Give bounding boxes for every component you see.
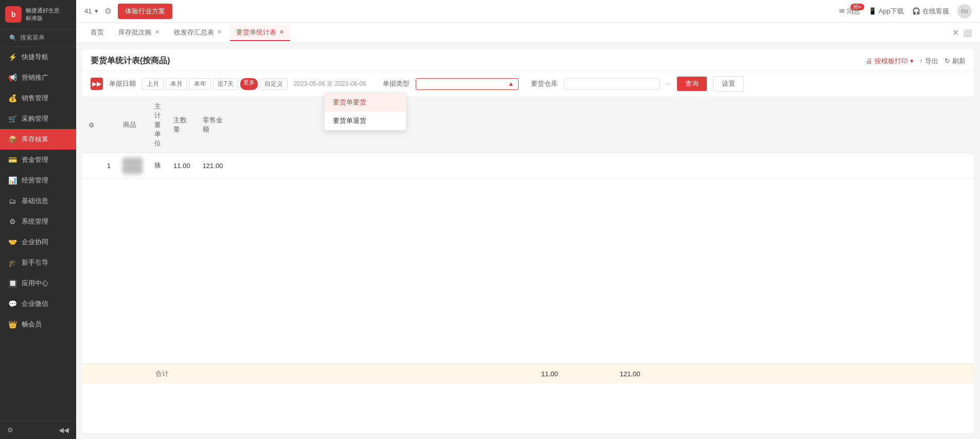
type-filter-label: 单据类型	[383, 79, 409, 88]
phone-icon: 📱	[868, 7, 877, 15]
sidebar-item-guide[interactable]: 🎓新手引导	[0, 252, 76, 273]
nav-label-basic: 基础信息	[22, 196, 48, 206]
app-download-button[interactable]: 📱 App下载	[868, 7, 904, 16]
message-badge: 99+	[850, 4, 864, 10]
sidebar-item-wechat[interactable]: 💬企业微信	[0, 294, 76, 314]
nav-label-marketing: 营销推广	[22, 73, 48, 82]
row-unit: 块	[148, 153, 167, 178]
export-button[interactable]: ↑ 导出	[920, 57, 939, 66]
tab-receive[interactable]: 收发存汇总表 ✕	[168, 25, 228, 41]
row-no: 1	[101, 153, 117, 178]
type-filter-input-wrapper[interactable]: ▲	[416, 78, 519, 90]
date-quick-buttons: 上月 本月 本年 近7天 更多 自定义	[142, 78, 288, 90]
sidebar-item-purchase[interactable]: 🛒采购管理	[0, 108, 76, 129]
tab-order[interactable]: 要货单统计表 ✕	[230, 25, 290, 41]
sidebar-item-sales[interactable]: 💰销售管理	[0, 88, 76, 108]
filter-more-button[interactable]: ···	[666, 80, 671, 87]
type-filter-chevron-up[interactable]: ▲	[508, 80, 514, 87]
warehouse-filter-input[interactable]	[564, 78, 660, 90]
sidebar-collapse-button[interactable]: ◀◀	[59, 426, 69, 434]
main-area: 41 ▾ ⚙ 体验行业方案 ✉ 消息 99+ 📱 App下载 🎧 在线客服 Ri…	[76, 0, 980, 439]
nav-label-wechat: 企业微信	[22, 299, 48, 308]
online-service-button[interactable]: 🎧 在线客服	[912, 7, 949, 16]
setting-button[interactable]: 设置	[713, 76, 744, 92]
nav-icon-wechat: 💬	[7, 299, 17, 309]
expand-tab-button[interactable]: ⬜	[963, 29, 972, 37]
sidebar-item-finance[interactable]: 💳资金管理	[0, 150, 76, 170]
topbar-right: ✉ 消息 99+ 📱 App下载 🎧 在线客服 Rit	[839, 4, 972, 19]
type-filter-input[interactable]	[420, 80, 508, 88]
service-icon: 🎧	[912, 7, 920, 15]
filter-expand-button[interactable]: ▶▶	[91, 78, 103, 90]
tab-batch-label: 库存批次账	[118, 28, 152, 37]
gear-icon-topbar[interactable]: ⚙	[104, 6, 112, 16]
row-qty: 11.00	[167, 153, 197, 178]
sidebar-item-basic[interactable]: 🗂基础信息	[0, 191, 76, 211]
sidebar-item-inventory[interactable]: 📦库存核算	[0, 129, 76, 150]
trial-button[interactable]: 体验行业方案	[118, 4, 172, 19]
sidebar-search[interactable]: 🔍 搜索菜单	[0, 29, 76, 47]
dropdown-item-order[interactable]: 要货单要货	[325, 93, 406, 112]
sidebar-item-system[interactable]: ⚙系统管理	[0, 211, 76, 232]
row-product: ████ ████	[117, 153, 148, 178]
sidebar-item-quicknav[interactable]: ⚡快捷导航	[0, 47, 76, 67]
col-header-product: 商品	[117, 97, 148, 153]
date-btn-this-month[interactable]: 本月	[166, 78, 187, 90]
nav-icon-system: ⚙	[7, 216, 17, 227]
nav-icon-sales: 💰	[7, 93, 17, 103]
refresh-button[interactable]: ↻ 刷新	[945, 57, 966, 66]
refresh-icon: ↻	[945, 57, 950, 65]
col-header-gear[interactable]: ⚙	[82, 97, 101, 153]
date-btn-custom[interactable]: 自定义	[260, 78, 288, 90]
sidebar-item-operation[interactable]: 📊经营管理	[0, 170, 76, 191]
tab-batch[interactable]: 库存批次账 ✕	[112, 25, 166, 41]
nav-icon-finance: 💳	[7, 155, 17, 165]
sidebar-item-collab[interactable]: 🤝企业协同	[0, 232, 76, 252]
tab-batch-close[interactable]: ✕	[155, 29, 159, 35]
app-brand-name: 畅捷通好生意 标准版	[26, 7, 60, 23]
date-btn-last-month[interactable]: 上月	[142, 78, 164, 90]
export-label: 导出	[925, 57, 938, 66]
online-service-label: 在线客服	[922, 7, 949, 16]
close-all-tabs-button[interactable]: ✕	[952, 28, 959, 38]
nav-icon-purchase: 🛒	[7, 114, 17, 124]
table-container: ⚙ 商品 主计量单位 主数量 零售金额 1	[82, 97, 974, 178]
nav-icon-quicknav: ⚡	[7, 52, 17, 62]
sidebar-item-marketing[interactable]: 📢营销推广	[0, 67, 76, 88]
topbar: 41 ▾ ⚙ 体验行业方案 ✉ 消息 99+ 📱 App下载 🎧 在线客服 Ri…	[76, 0, 980, 23]
app-download-label: App下载	[879, 7, 904, 16]
sidebar-item-member[interactable]: 👑畅会员	[0, 314, 76, 335]
tab-receive-close[interactable]: ✕	[217, 29, 222, 35]
settings-icon[interactable]: ⚙	[7, 426, 13, 434]
date-btn-this-year[interactable]: 本年	[189, 78, 211, 90]
sidebar-logo: b 畅捷通好生意 标准版	[0, 0, 76, 29]
print-button[interactable]: 🖨 按模板打印 ▾	[866, 57, 914, 66]
row-amount: 121.00	[197, 153, 229, 178]
app-logo-icon: b	[5, 6, 22, 23]
date-more-badge[interactable]: 更多	[240, 78, 258, 90]
type-dropdown-menu: 要货单要货 要货单退货	[324, 93, 406, 131]
table-footer: 合计 11.00 121.00	[82, 363, 974, 383]
print-icon: 🖨	[866, 57, 872, 65]
sidebar-item-apps[interactable]: 🔲应用中心	[0, 273, 76, 294]
message-icon: ✉	[839, 7, 845, 15]
page-header: 要货单统计表(按商品) 🖨 按模板打印 ▾ ↑ 导出 ↻ 刷新	[82, 49, 974, 71]
data-table: ⚙ 商品 主计量单位 主数量 零售金额 1	[82, 97, 974, 178]
date-btn-last-7days[interactable]: 近7天	[213, 78, 238, 90]
nav-label-apps: 应用中心	[22, 279, 48, 288]
dropdown-item-return[interactable]: 要货单退货	[325, 112, 406, 130]
page-actions: 🖨 按模板打印 ▾ ↑ 导出 ↻ 刷新	[866, 57, 966, 66]
sidebar-footer: ⚙ ◀◀	[0, 420, 76, 439]
warehouse-filter-label: 要货仓库	[531, 79, 558, 88]
tab-home-label: 首页	[91, 28, 104, 37]
nav-label-guide: 新手引导	[22, 258, 48, 267]
tab-home[interactable]: 首页	[84, 25, 110, 41]
tab-order-label: 要货单统计表	[236, 28, 276, 37]
tab-receive-label: 收发存汇总表	[174, 28, 214, 37]
message-button[interactable]: ✉ 消息 99+	[839, 7, 860, 16]
page-title: 要货单统计表(按商品)	[91, 56, 170, 66]
avatar[interactable]: Rit	[957, 4, 972, 19]
query-button[interactable]: 查询	[677, 77, 707, 91]
tab-order-close[interactable]: ✕	[279, 29, 284, 35]
tab-count-selector[interactable]: 41 ▾	[84, 7, 98, 15]
